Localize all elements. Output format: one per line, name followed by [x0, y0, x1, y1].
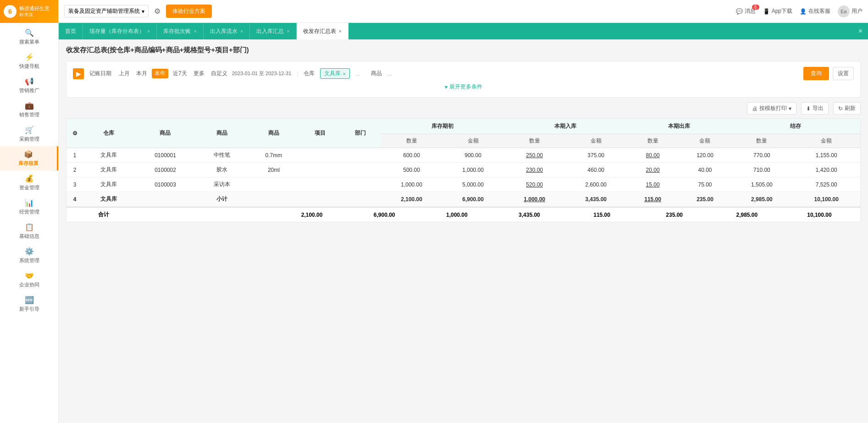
messages-button[interactable]: 💬 消息 6 [736, 7, 756, 15]
main-area: 装备及固定资产辅助管理系统 ▾ ⚙ 体验行业方案 💬 消息 6 📱 App下载 … [59, 0, 868, 423]
sidebar-item-label: 搜索菜单 [19, 38, 39, 45]
filter-settings-button[interactable]: 设置 [833, 67, 854, 80]
tab-首页[interactable]: 首页 [59, 23, 83, 39]
warehouse-tag[interactable]: 文具库 × [320, 68, 349, 79]
cell-3: 0.7mm [248, 148, 300, 163]
print-icon: 🖨 [752, 105, 757, 112]
print-button[interactable]: 🖨 按模板打印 ▾ [747, 102, 796, 115]
cell-10[interactable]: 15.00 [627, 177, 679, 192]
date-shortcut-上月[interactable]: 上月 [117, 69, 132, 78]
subheader-out-qty: 数量 [627, 134, 679, 148]
date-shortcut-近7天[interactable]: 近7天 [171, 69, 189, 78]
sidebar-item-新手引导[interactable]: 🆕 新手引导 [0, 292, 58, 316]
export-label: 导出 [813, 104, 824, 112]
cell-10[interactable]: 80.00 [627, 148, 679, 163]
cell-10[interactable]: 20.00 [627, 163, 679, 177]
sidebar-item-采购管理[interactable]: 🛒 采购管理 [0, 122, 58, 146]
date-shortcut-自定义[interactable]: 自定义 [209, 69, 229, 78]
cell-8[interactable]: 250.00 [504, 148, 565, 163]
col-dept-header: 部门 [340, 119, 381, 148]
tab-close-icon[interactable]: × [147, 28, 150, 34]
avatar: Ea [838, 5, 850, 17]
sidebar-icon: 📊 [25, 198, 34, 207]
cell-8[interactable]: 520.00 [504, 177, 565, 192]
cell-12: 710.00 [731, 163, 792, 177]
col-settings-header[interactable]: ⚙ [66, 119, 83, 148]
col-in-header: 本期入库 [504, 119, 627, 134]
close-all-tabs-button[interactable]: × [853, 23, 868, 39]
cell-10[interactable]: 115.00 [627, 192, 679, 207]
tab-close-icon[interactable]: × [240, 28, 243, 34]
sidebar-item-快捷导航[interactable]: ⚡ 快捷导航 [0, 49, 58, 73]
footer-label: 合计 [88, 211, 120, 219]
sidebar-item-企业协同[interactable]: 🤝 企业协同 [0, 268, 58, 292]
export-button[interactable]: ⬇ 导出 [801, 102, 829, 115]
expand-conditions[interactable]: ▾ 展开更多条件 [73, 80, 854, 92]
row-no: 1 [66, 148, 83, 163]
query-button[interactable]: 查询 [803, 67, 829, 80]
sidebar-item-库存核算[interactable]: 📦 库存核算 [0, 146, 58, 170]
subheader-close-qty: 数量 [731, 134, 792, 148]
sidebar-item-系统管理[interactable]: ⚙️ 系统管理 [0, 243, 58, 268]
export-icon: ⬇ [806, 105, 811, 112]
system-title: 装备及固定资产辅助管理系统 [68, 7, 140, 15]
table-row: 3文具库0100003采访本1,000.005,000.00520.002,60… [66, 177, 860, 192]
date-shortcut-本年[interactable]: 本年 [152, 69, 168, 78]
sidebar-item-label: 基础信息 [19, 233, 39, 240]
service-icon: 👤 [800, 8, 807, 15]
tab-close-icon[interactable]: × [339, 28, 342, 34]
dropdown-icon: ▾ [142, 8, 144, 15]
col-close-header: 结存 [731, 119, 860, 134]
system-selector[interactable]: 装备及固定资产辅助管理系统 ▾ [64, 5, 149, 17]
filter-dots-1[interactable]: ... [355, 71, 360, 77]
sidebar-icon: 📦 [24, 150, 33, 159]
tab-close-icon[interactable]: × [194, 28, 196, 34]
sidebar-item-资金管理[interactable]: 💰 资金管理 [0, 170, 58, 195]
warehouse-tag-close[interactable]: × [343, 71, 345, 77]
user-menu[interactable]: Ea 用户 [838, 5, 862, 17]
tab-收发存汇总表[interactable]: 收发存汇总表× [297, 23, 348, 39]
tab-库存批次账[interactable]: 库存批次账× [157, 23, 203, 39]
date-shortcut-本月[interactable]: 本月 [134, 69, 149, 78]
sidebar-item-经营管理[interactable]: 📊 经营管理 [0, 195, 58, 219]
sidebar-item-label: 销售管理 [19, 111, 39, 118]
row-no: 4 [66, 192, 83, 207]
app-download-button[interactable]: 📱 App下载 [763, 7, 792, 15]
tab-close-icon[interactable]: × [287, 28, 289, 34]
filter-dots-2[interactable]: ... [387, 71, 392, 77]
subheader-open-amt: 金额 [442, 134, 504, 148]
online-service-button[interactable]: 👤 在线客服 [800, 7, 830, 15]
tab-现存量（库存分布表）[interactable]: 现存量（库存分布表）× [83, 23, 157, 39]
cell-8[interactable]: 230.00 [504, 163, 565, 177]
sidebar-icon: 📢 [25, 77, 34, 86]
app-download-label: App下载 [772, 7, 792, 15]
sidebar-item-营销推广[interactable]: 📢 营销推广 [0, 73, 58, 98]
cell-13: 10,100.00 [792, 192, 860, 207]
cell-1 [134, 192, 196, 207]
sidebar-item-销售管理[interactable]: 💼 销售管理 [0, 98, 58, 122]
cell-1: 0100002 [134, 163, 196, 177]
online-service-label: 在线客服 [808, 7, 830, 15]
tab-出入库汇总[interactable]: 出入库汇总× [250, 23, 296, 39]
sidebar-item-搜索菜单[interactable]: 🔍 搜索菜单 [0, 25, 58, 49]
cell-12: 2,985.00 [731, 192, 792, 207]
refresh-button[interactable]: ↻ 刷新 [833, 102, 861, 115]
expand-label: 展开更多条件 [449, 83, 482, 91]
sidebar-item-基础信息[interactable]: 📋 基础信息 [0, 219, 58, 243]
tab-label: 库存批次账 [163, 27, 191, 35]
settings-icon[interactable]: ⚙ [154, 7, 160, 16]
date-label: 记账日期 [89, 70, 111, 77]
trial-button[interactable]: 体验行业方案 [166, 5, 212, 18]
cell-0: 文具库 [83, 177, 134, 192]
sidebar-item-label: 库存核算 [18, 160, 39, 167]
cell-6: 2,100.00 [381, 192, 442, 207]
tab-出入库流水[interactable]: 出入库流水× [204, 23, 250, 39]
cell-3 [248, 177, 300, 192]
subheader-close-amt: 金额 [792, 134, 860, 148]
expand-icon: ▾ [445, 84, 448, 90]
cell-8[interactable]: 1,000.00 [504, 192, 565, 207]
table-row: 4文具库小计2,100.006,900.001,000.003,435.0011… [66, 192, 860, 207]
date-shortcut-更多[interactable]: 更多 [192, 69, 206, 78]
filter-toggle-button[interactable]: ▶ [73, 68, 84, 79]
footer-qty-out: 115.00 [566, 212, 638, 218]
